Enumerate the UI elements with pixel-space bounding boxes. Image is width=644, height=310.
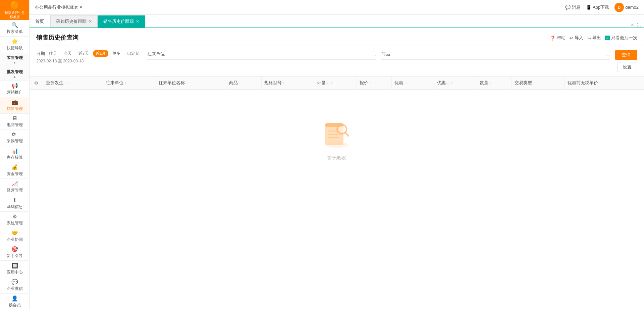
col-quote[interactable]: 报价 ↕ (357, 76, 392, 90)
tab-sales[interactable]: 销售历史价跟踪 ✕ (98, 15, 145, 28)
col-unit-code[interactable]: 往来单位 ↕ (103, 76, 156, 90)
member-icon: 👤 (11, 295, 18, 302)
sidebar-item-shortcut[interactable]: ⭐ 快捷导航 (0, 37, 29, 53)
user-name: demo2 (625, 5, 639, 10)
finance-icon: 💰 (11, 164, 18, 170)
col-trade-type[interactable]: 交易类型 ↕ (512, 76, 565, 90)
sidebar-item-label: 企业微信 (7, 286, 23, 292)
sidebar-item-apps[interactable]: 🔲 应用中心 (0, 261, 29, 277)
maximize-icon[interactable]: ⛶ (637, 22, 641, 28)
help-button[interactable]: ❓ 帮助 (550, 35, 566, 41)
message-button[interactable]: 💬 消息 (565, 4, 581, 10)
top-bar-left: 办公用品行业模拟账套 ▾ (35, 4, 82, 10)
import-button[interactable]: ↩ 导入 (570, 35, 583, 41)
chevron-up-icon: ▲ (13, 75, 16, 79)
sidebar-item-label: 基础信息 (7, 204, 23, 210)
empty-illustration (317, 116, 357, 150)
date-option-7days[interactable]: 近7天 (76, 50, 92, 57)
col-settings[interactable]: ⚙ (30, 76, 43, 90)
col-discount2[interactable]: 优惠... ↕ (434, 76, 477, 90)
supplier-more-icon[interactable]: ... (372, 52, 376, 57)
col-no-tax-price[interactable]: 优惠前无税单价 ↕ (565, 76, 644, 90)
sidebar-item-label: 新手引导 (7, 253, 23, 259)
sidebar-item-operations[interactable]: 📈 经营管理 (0, 179, 29, 195)
sidebar-item-search[interactable]: 🔍 搜索菜单 (0, 20, 29, 37)
operations-icon: 📈 (11, 180, 18, 187)
sidebar-item-finance[interactable]: 💰 资金管理 (0, 162, 29, 179)
sidebar-item-sales-mgr[interactable]: 💼 销售管理 (0, 97, 29, 114)
content-area: 销售历史价查询 ❓ 帮助 ↩ 导入 ↪ 导出 ✓ (30, 28, 644, 310)
product-filter: 商品 ... (381, 50, 610, 60)
tab-sales-label: 销售历史价跟踪 (103, 18, 134, 24)
export-button[interactable]: ↪ 导出 (587, 35, 601, 41)
query-button[interactable]: 查询 (615, 50, 637, 60)
col-discount1[interactable]: 优惠... ↕ (392, 76, 434, 90)
export-icon: ↪ (587, 36, 591, 41)
app-download-button[interactable]: 📱 App下载 (586, 4, 609, 10)
sidebar-item-member[interactable]: 👤 畅会员 (0, 294, 29, 310)
col-product[interactable]: 商品 ↕ (226, 76, 262, 90)
empty-svg (317, 116, 357, 150)
app-version: 标准版 (10, 15, 20, 19)
col-product-label: 商品 ↕ (229, 80, 241, 85)
sidebar-item-wechat[interactable]: 💬 企业微信 (0, 277, 29, 294)
sidebar-item-retail[interactable]: 零售管理 ▼ (0, 53, 29, 67)
sidebar-item-label: 采购管理 (7, 138, 23, 144)
help-label: 帮助 (557, 35, 566, 41)
tab-bar-actions: ✕ ⛶ (631, 22, 644, 28)
col-quantity[interactable]: 数量 ↕ (477, 76, 512, 90)
user-profile-button[interactable]: D demo2 (614, 3, 639, 12)
col-discount1-label: 优惠... ↕ (394, 80, 410, 85)
sidebar-item-enterprise[interactable]: 🤝 企业协同 (0, 228, 29, 245)
col-unit-label: 计量... ↕ (317, 80, 332, 85)
product-more-icon[interactable]: ... (606, 52, 610, 57)
sidebar-item-basic-info[interactable]: ℹ 基础信息 (0, 195, 29, 212)
sidebar-item-label: 系统管理 (7, 220, 23, 226)
svg-line-8 (345, 133, 348, 136)
date-option-yesterday[interactable]: 昨天 (46, 50, 60, 57)
product-input[interactable] (393, 50, 603, 58)
tab-home[interactable]: 首页 (30, 15, 50, 28)
sidebar-item-label: 畅会员 (9, 302, 21, 308)
sidebar-item-marketing[interactable]: 📢 营销推广 (0, 81, 29, 97)
supplier-input[interactable] (167, 50, 369, 58)
close-icon[interactable]: ✕ (136, 19, 139, 23)
date-option-1month[interactable]: 近1月 (93, 50, 109, 57)
sidebar-item-ecom[interactable]: 🖥 电商管理 (0, 114, 29, 130)
col-unit[interactable]: 计量... ↕ (314, 76, 357, 90)
date-option-more[interactable]: 更多 (110, 50, 123, 57)
sidebar-item-inventory[interactable]: 📊 库存核算 (0, 146, 29, 162)
empty-state: 暂无数据 (30, 90, 644, 188)
star-icon: ⭐ (11, 38, 18, 45)
company-dropdown[interactable]: 办公用品行业模拟账套 ▾ (35, 4, 82, 10)
col-spec[interactable]: 规格型号 ↕ (261, 76, 314, 90)
close-icon[interactable]: ✕ (89, 19, 92, 23)
sidebar-item-label: 资金管理 (7, 171, 23, 177)
date-option-today[interactable]: 今天 (61, 50, 74, 57)
enterprise-icon: 🤝 (11, 230, 18, 236)
sidebar-item-guide[interactable]: 🎯 新手引导 (0, 244, 29, 261)
svg-rect-3 (328, 131, 340, 132)
gear-icon: ⚙ (34, 81, 38, 86)
col-unit-name[interactable]: 往来单位名称 ↕ (156, 76, 226, 90)
settings-button[interactable]: 设置 (617, 62, 637, 72)
wechat-icon: 💬 (11, 279, 18, 285)
product-label: 商品 (381, 51, 390, 57)
only-last-label: 只看最后一次 (611, 35, 637, 41)
tab-purchase[interactable]: 采购历史价跟踪 ✕ (50, 15, 98, 28)
col-biz-date[interactable]: 业务发生... ↕ (43, 76, 103, 90)
checkbox-icon: ✓ (605, 36, 610, 40)
sidebar-item-wholesale[interactable]: 批发管理 ▲ (0, 67, 29, 81)
system-icon: ⚙ (12, 213, 17, 220)
avatar: D (614, 3, 624, 12)
sidebar-item-purchase[interactable]: 🛍 采购管理 (0, 130, 29, 146)
tab-home-label: 首页 (35, 18, 44, 24)
close-all-icon[interactable]: ✕ (631, 22, 634, 28)
only-last-checkbox[interactable]: ✓ 只看最后一次 (605, 35, 637, 41)
date-option-custom[interactable]: 自定义 (124, 50, 142, 57)
marketing-icon: 📢 (11, 83, 18, 89)
info-icon: ℹ (14, 197, 16, 203)
sidebar-item-label: 库存核算 (7, 155, 23, 160)
sidebar-item-system[interactable]: ⚙ 系统管理 (0, 212, 29, 228)
import-icon: ↩ (570, 36, 573, 41)
